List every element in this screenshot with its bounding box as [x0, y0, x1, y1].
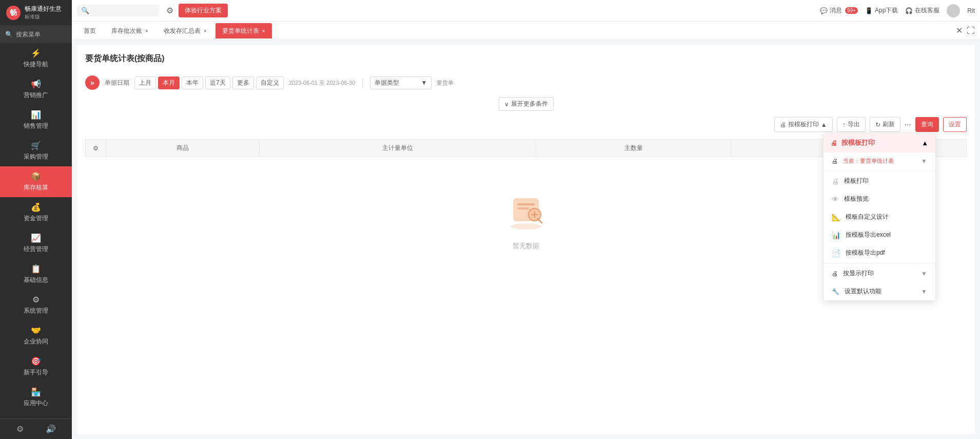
dropdown-item-template-preview[interactable]: 👁 模板预览 [824, 190, 935, 208]
svg-rect-3 [517, 207, 530, 209]
trial-btn[interactable]: 体验行业方案 [179, 4, 228, 17]
logo-text: 畅康通好生意 标准版 [25, 5, 62, 21]
refresh-icon: ↻ [875, 121, 880, 128]
template-excel-icon: 📊 [832, 231, 840, 239]
col-goods: 商品 [106, 140, 260, 157]
marketing-icon: 📢 [31, 79, 41, 89]
tab-home[interactable]: 首页 [77, 23, 103, 39]
sidebar-item-shortcut[interactable]: ⚡ 快捷导航 [0, 43, 72, 74]
sales-icon: 📊 [31, 110, 41, 120]
col-gear[interactable]: ⚙ [86, 140, 106, 157]
sidebar-item-operation[interactable]: 📈 经营管理 [0, 228, 72, 259]
tab-expand-icon[interactable]: ⛶ [967, 26, 975, 35]
page-title: 要货单统计表(按商品) [85, 53, 967, 64]
table-settings-icon[interactable]: ⚙ [93, 145, 99, 152]
svg-point-0 [511, 223, 541, 230]
username: Rit [967, 7, 975, 14]
refresh-btn[interactable]: ↻ 刷新 [870, 117, 900, 132]
date-btn-more[interactable]: 更多 [232, 77, 254, 89]
base-icon: 📋 [31, 264, 41, 274]
main: 🔍 ⚙ 体验行业方案 💬 消息 99+ 📱 App下载 🎧 在线客服 Rit [72, 0, 980, 439]
dropdown-item-template-excel[interactable]: 📊 按模板导出excel [824, 226, 935, 244]
sidebar-item-corp[interactable]: 🤝 企业协同 [0, 320, 72, 351]
tab-close-inventory-batch[interactable]: × [145, 28, 148, 34]
avatar[interactable] [947, 4, 960, 17]
dropdown-sub-set-default[interactable]: 🔧 设置默认功能 ▼ [824, 282, 935, 300]
filter-expand-btn[interactable]: » [85, 75, 100, 90]
tab-order-stats[interactable]: 要货单统计表 × [215, 23, 272, 39]
dropdown-current-icon: 🖨 [832, 158, 838, 165]
sidebar-item-sales[interactable]: 📊 销售管理 [0, 105, 72, 136]
topbar-search-icon: 🔍 [81, 7, 89, 14]
sidebar-item-inventory[interactable]: 📦 库存核算 [0, 166, 72, 197]
dropdown-sub-display-print[interactable]: 🖨 按显示打印 ▼ [824, 264, 935, 282]
date-btn-custom[interactable]: 自定义 [256, 77, 284, 89]
topbar-gear-icon[interactable]: ⚙ [166, 6, 173, 15]
app-download-btn[interactable]: 📱 App下载 [865, 6, 898, 15]
date-btn-this-month[interactable]: 本月 [158, 77, 180, 89]
message-icon: 💬 [820, 7, 828, 14]
dropdown-item-template-pdf[interactable]: 📄 按模板导出pdf [824, 244, 935, 262]
message-btn[interactable]: 💬 消息 99+ [820, 6, 858, 15]
sidebar-item-appstore[interactable]: 🏪 应用中心 [0, 382, 72, 413]
date-btns: 上月 本月 本年 近7天 更多 自定义 [134, 77, 284, 89]
operation-icon: 📈 [31, 233, 41, 243]
sidebar: 畅 畅康通好生意 标准版 🔍 搜索菜单 ⚡ 快捷导航 📢 营销推广 📊 销售管理… [0, 0, 72, 439]
query-btn[interactable]: 查询 [915, 117, 939, 132]
set-default-icon: 🔧 [832, 288, 839, 295]
sidebar-item-weixin[interactable]: 💬 企业微信 [0, 413, 72, 418]
corp-icon: 🤝 [31, 326, 41, 335]
date-btn-last-month[interactable]: 上月 [134, 77, 156, 89]
topbar-search-input[interactable] [91, 7, 148, 14]
service-icon: 🎧 [905, 7, 913, 14]
order-type-select[interactable]: 单据类型 ▼ [370, 77, 432, 89]
sidebar-logo: 畅 畅康通好生意 标准版 [0, 0, 72, 26]
sidebar-item-system[interactable]: ⚙ 系统管理 [0, 290, 72, 320]
empty-icon [503, 188, 549, 234]
sidebar-nav: ⚡ 快捷导航 📢 营销推广 📊 销售管理 🛒 采购管理 📦 库存核算 💰 资金管… [0, 43, 72, 418]
action-bar: 🖨 按模板打印 ▲ ↑ 导出 ↻ 刷新 ··· 查询 设置 [85, 114, 967, 135]
sidebar-item-guide[interactable]: 🎯 新手引导 [0, 351, 72, 382]
sidebar-item-base[interactable]: 📋 基础信息 [0, 259, 72, 290]
svg-line-7 [538, 219, 542, 223]
print-dropdown: 🖨 按模板打印 ▲ 🖨 当前：要货单统计表 ▼ 🖨 [823, 132, 936, 301]
print-btn[interactable]: 🖨 按模板打印 ▲ [774, 117, 833, 132]
more-actions-btn[interactable]: ··· [905, 120, 911, 129]
date-btn-this-year[interactable]: 本年 [182, 77, 203, 89]
filter-bar: » 单据日期 上月 本月 本年 近7天 更多 自定义 2023-06-01 至 … [85, 71, 967, 94]
guide-icon: 🎯 [31, 356, 41, 366]
tabs: 首页 库存批次账 × 收发存汇总表 × 要货单统计表 × ✕ ⛶ [72, 22, 980, 40]
content: 要货单统计表(按商品) » 单据日期 上月 本月 本年 近7天 更多 自定义 2… [72, 40, 980, 439]
print-icon: 🖨 [780, 121, 786, 128]
dropdown-item-template-print[interactable]: 🖨 模板打印 [824, 172, 935, 190]
export-btn[interactable]: ↑ 导出 [837, 117, 866, 132]
sidebar-item-finance[interactable]: 💰 资金管理 [0, 197, 72, 228]
tabs-right: ✕ ⛶ [956, 26, 975, 35]
audio-icon[interactable]: 🔊 [46, 424, 56, 434]
appstore-icon: 🏪 [31, 387, 41, 397]
page: 要货单统计表(按商品) » 单据日期 上月 本月 本年 近7天 更多 自定义 2… [77, 45, 975, 434]
col-unit: 主计量单位 [260, 140, 536, 157]
tab-close-all-icon[interactable]: ✕ [956, 26, 963, 35]
dropdown-item-template-custom[interactable]: 📐 模板自定义设计 [824, 208, 935, 226]
dropdown-current[interactable]: 🖨 当前：要货单统计表 ▼ [824, 152, 935, 169]
sidebar-item-purchase[interactable]: 🛒 采购管理 [0, 136, 72, 166]
online-service-btn[interactable]: 🎧 在线客服 [905, 6, 939, 15]
date-btn-7days[interactable]: 近7天 [205, 77, 230, 89]
dropdown-header[interactable]: 🖨 按模板打印 ▲ [824, 133, 935, 152]
sidebar-search[interactable]: 🔍 搜索菜单 [0, 26, 72, 43]
tab-close-receipt-summary[interactable]: × [204, 28, 207, 34]
tab-inventory-batch[interactable]: 库存批次账 × [105, 23, 155, 39]
topbar-search[interactable]: 🔍 [77, 5, 159, 16]
order-type-dropdown-icon: ▼ [421, 79, 427, 86]
dropdown-header-right: ▲ [922, 139, 928, 147]
shortcut-icon: ⚡ [31, 48, 41, 58]
dropdown-print-icon: 🖨 [831, 139, 837, 147]
settings-btn[interactable]: 设置 [943, 117, 967, 132]
filter-divider [362, 78, 363, 88]
settings-icon[interactable]: ⚙ [16, 424, 24, 434]
sidebar-item-marketing[interactable]: 📢 营销推广 [0, 74, 72, 105]
tab-receipt-summary[interactable]: 收发存汇总表 × [157, 23, 213, 39]
tab-close-order-stats[interactable]: × [262, 28, 265, 34]
expand-more-btn[interactable]: ∨ 展开更多条件 [499, 97, 554, 111]
